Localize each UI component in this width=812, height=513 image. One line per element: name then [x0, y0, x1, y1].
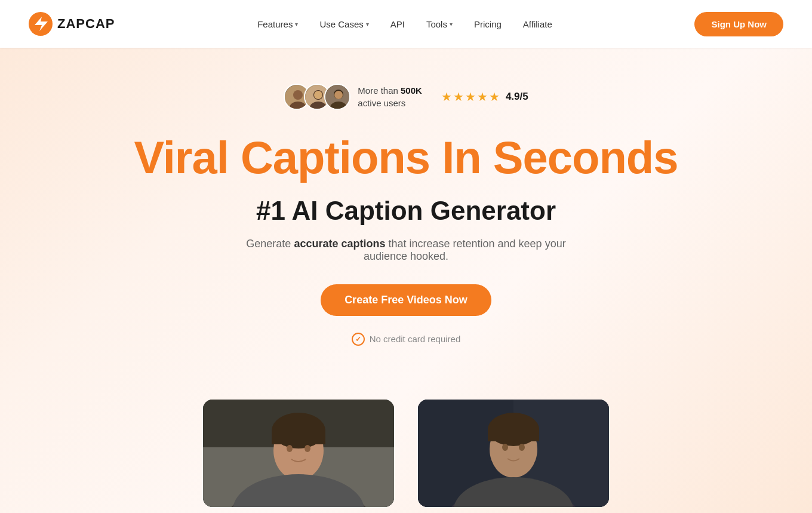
hero-title: Viral Captions In Seconds — [12, 134, 800, 182]
svg-point-2 — [293, 90, 303, 100]
nav-item-affiliate[interactable]: Affiliate — [513, 14, 562, 34]
zapcap-logo-icon — [29, 12, 53, 36]
svg-point-20 — [287, 445, 293, 452]
hero-section: More than 500K active users ★ ★ ★ ★ ★ 4.… — [0, 48, 812, 400]
no-cc-notice: ✓ No credit card required — [12, 333, 800, 346]
star-1: ★ — [441, 90, 452, 104]
logo-link[interactable]: ZAPCAP — [29, 12, 115, 36]
svg-point-7 — [314, 91, 322, 99]
star-2: ★ — [453, 90, 464, 104]
video-placeholder-left — [203, 400, 394, 507]
star-rating: ★ ★ ★ ★ ★ — [441, 90, 500, 104]
rating-section: ★ ★ ★ ★ ★ 4.9/5 — [441, 90, 528, 104]
video-card-right[interactable] — [418, 400, 609, 507]
rating-score: 4.9/5 — [506, 91, 528, 103]
nav-links: Features ▾ Use Cases ▾ API Tools ▾ Prici… — [248, 14, 562, 34]
user-avatars — [284, 84, 350, 110]
video-card-left[interactable] — [203, 400, 394, 507]
hero-subtitle: #1 AI Caption Generator — [12, 196, 800, 226]
svg-point-31 — [502, 444, 508, 451]
nav-item-api[interactable]: API — [381, 14, 414, 34]
nav-item-pricing[interactable]: Pricing — [465, 14, 511, 34]
star-3: ★ — [465, 90, 476, 104]
signup-button[interactable]: Sign Up Now — [694, 12, 783, 36]
star-5: ★ — [489, 90, 500, 104]
hero-description: Generate accurate captions that increase… — [227, 238, 585, 263]
star-4: ★ — [477, 90, 488, 104]
chevron-down-icon: ▾ — [295, 21, 298, 27]
social-proof: More than 500K active users ★ ★ ★ ★ ★ 4.… — [12, 84, 800, 110]
logo-text: ZAPCAP — [57, 16, 115, 32]
chevron-down-icon: ▾ — [450, 21, 453, 27]
avatar — [324, 84, 350, 110]
check-icon: ✓ — [352, 333, 365, 346]
svg-rect-19 — [272, 429, 325, 444]
navbar: ZAPCAP Features ▾ Use Cases ▾ API Tools … — [0, 0, 812, 48]
user-count-text: More than 500K active users — [358, 84, 422, 109]
svg-point-11 — [334, 91, 343, 99]
svg-rect-30 — [488, 428, 539, 441]
video-preview-section — [0, 400, 812, 507]
video-placeholder-right — [418, 400, 609, 507]
nav-item-features[interactable]: Features ▾ — [248, 14, 307, 34]
chevron-down-icon: ▾ — [366, 21, 369, 27]
nav-item-tools[interactable]: Tools ▾ — [417, 14, 462, 34]
svg-point-32 — [519, 444, 525, 451]
create-videos-button[interactable]: Create Free Videos Now — [321, 284, 491, 316]
svg-point-21 — [304, 445, 310, 452]
nav-item-use-cases[interactable]: Use Cases ▾ — [310, 14, 378, 34]
